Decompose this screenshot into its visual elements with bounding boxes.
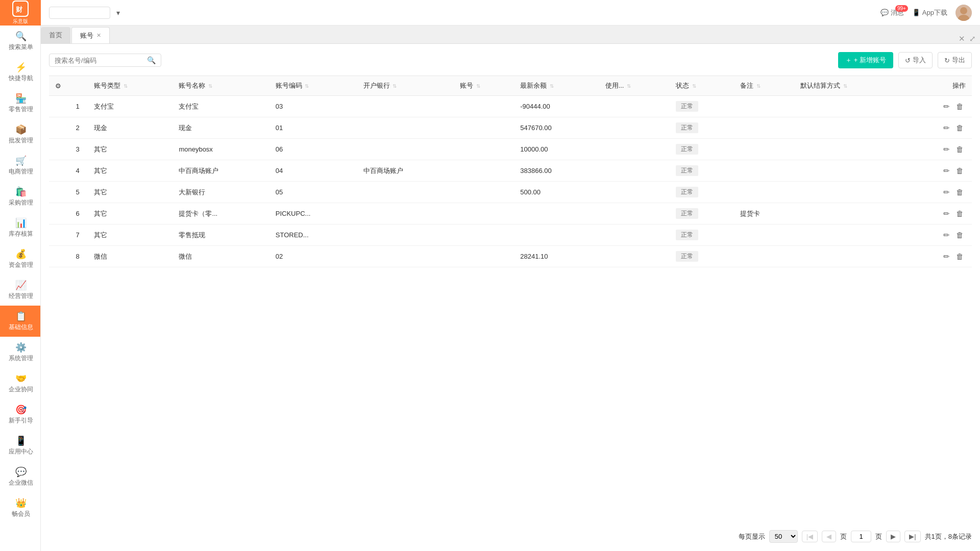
col-name[interactable]: 账号名称 ⇅ (173, 76, 269, 96)
import-button[interactable]: ↺ 导入 (898, 52, 933, 68)
first-page-button[interactable]: |◀ (802, 531, 818, 542)
sidebar-item-ecommerce[interactable]: 🛒 电商管理 (0, 150, 40, 181)
row-default-payment (794, 224, 904, 246)
sidebar-item-label: 采购管理 (9, 198, 33, 207)
row-num: 5 (67, 182, 88, 203)
sidebar-item-label: 零售管理 (9, 105, 33, 114)
sidebar-item-label: 经营管理 (9, 292, 33, 300)
sidebar-item-wechat[interactable]: 💬 企业微信 (0, 461, 40, 492)
tab-home[interactable]: 首页 (41, 27, 70, 43)
col-balance[interactable]: 最新余额 ⇅ (514, 76, 599, 96)
row-account (454, 203, 514, 224)
col-use[interactable]: 使用... ⇅ (599, 76, 670, 96)
col-code[interactable]: 账号编码 ⇅ (270, 76, 357, 96)
prev-page-button[interactable]: ◀ (822, 531, 836, 542)
retail-icon: 🏪 (15, 93, 27, 104)
edit-button[interactable]: ✏ (941, 188, 952, 197)
edit-button[interactable]: ✏ (941, 209, 952, 218)
sidebar-item-operations[interactable]: 📈 经营管理 (0, 274, 40, 306)
delete-button[interactable]: 🗑 (954, 231, 966, 239)
messages-button[interactable]: 💬 消息 99+ (880, 8, 904, 17)
row-account (454, 160, 514, 182)
row-bank (357, 139, 454, 160)
page-input[interactable] (851, 531, 871, 542)
delete-button[interactable]: 🗑 (954, 188, 966, 196)
edit-button[interactable]: ✏ (941, 231, 952, 240)
per-page-select[interactable]: 50 20 100 (769, 530, 798, 543)
export-button[interactable]: ↻ 导出 (938, 52, 972, 68)
row-remark (734, 96, 794, 117)
sidebar-item-inventory[interactable]: 📊 库存核算 (0, 212, 40, 243)
add-account-button[interactable]: ＋ + 新增账号 (838, 52, 893, 68)
row-code: PICKUPC... (270, 203, 357, 224)
row-status: 正常 (670, 246, 734, 267)
tab-bar: 首页 账号 ✕ ✕ ⤢ (41, 26, 980, 44)
col-actions: 操作 (904, 76, 972, 96)
edit-button[interactable]: ✏ (941, 102, 952, 111)
col-type[interactable]: 账号类型 ⇅ (88, 76, 173, 96)
member-icon: 👑 (15, 497, 27, 509)
sidebar-item-quick[interactable]: ⚡ 快捷导航 (0, 57, 40, 88)
tab-account[interactable]: 账号 ✕ (71, 27, 110, 43)
col-status[interactable]: 状态 ⇅ (670, 76, 734, 96)
operations-icon: 📈 (15, 280, 27, 291)
tab-close-window[interactable]: ✕ (959, 34, 965, 43)
avatar[interactable] (955, 5, 972, 21)
sidebar-item-basic[interactable]: 📋 基础信息 (0, 306, 40, 337)
header-right: 💬 消息 99+ 📱 App下载 (880, 5, 972, 21)
col-default-payment[interactable]: 默认结算方式 ⇅ (794, 76, 904, 96)
delete-button[interactable]: 🗑 (954, 252, 966, 261)
app-download-button[interactable]: 📱 App下载 (912, 8, 947, 17)
sidebar-item-finance[interactable]: 💰 资金管理 (0, 243, 40, 274)
row-name: moneybosx (173, 139, 269, 160)
row-use (599, 139, 670, 160)
col-account[interactable]: 账号 ⇅ (454, 76, 514, 96)
table-row: 3 其它 moneybosx 06 10000.00 正常 ✏ 🗑 (49, 139, 972, 160)
sidebar-item-wholesale[interactable]: 📦 批发管理 (0, 119, 40, 150)
last-page-button[interactable]: ▶| (904, 531, 920, 542)
sidebar-item-guide[interactable]: 🎯 新手引导 (0, 399, 40, 430)
edit-button[interactable]: ✏ (941, 145, 952, 154)
sidebar-item-purchase[interactable]: 🛍️ 采购管理 (0, 181, 40, 212)
search-icon[interactable]: 🔍 (147, 56, 156, 64)
tab-account-close[interactable]: ✕ (96, 32, 101, 39)
top-search-input[interactable] (49, 7, 110, 19)
col-bank[interactable]: 开户银行 ⇅ (357, 76, 454, 96)
delete-button[interactable]: 🗑 (954, 102, 966, 111)
edit-button[interactable]: ✏ (941, 166, 952, 176)
table-row: 6 其它 提货卡（零... PICKUPC... 正常 提货卡 ✏ 🗑 (49, 203, 972, 224)
app-center-icon: 📱 (15, 435, 27, 446)
sidebar-item-retail[interactable]: 🏪 零售管理 (0, 88, 40, 119)
sidebar-item-search[interactable]: 🔍 搜索菜单 (0, 26, 40, 57)
delete-button[interactable]: 🗑 (954, 145, 966, 154)
row-actions: ✏ 🗑 (904, 182, 972, 203)
delete-button[interactable]: 🗑 (954, 209, 966, 218)
row-use (599, 160, 670, 182)
row-remark (734, 139, 794, 160)
delete-button[interactable]: 🗑 (954, 166, 966, 175)
row-account (454, 96, 514, 117)
tab-maximize-window[interactable]: ⤢ (969, 34, 976, 43)
toolbar-right: ＋ + 新增账号 ↺ 导入 ↻ 导出 (838, 52, 972, 68)
table-row: 5 其它 大新银行 05 500.00 正常 ✏ 🗑 (49, 182, 972, 203)
sidebar-item-label: 企业微信 (9, 479, 33, 487)
search-input[interactable] (55, 57, 147, 64)
edit-button[interactable]: ✏ (941, 252, 952, 261)
col-settings[interactable]: ⚙ (49, 76, 67, 96)
sidebar-item-app-center[interactable]: 📱 应用中心 (0, 430, 40, 461)
row-bank (357, 182, 454, 203)
col-remark[interactable]: 备注 ⇅ (734, 76, 794, 96)
sidebar-item-agreement[interactable]: 🤝 企业协同 (0, 368, 40, 399)
next-page-button[interactable]: ▶ (886, 531, 900, 542)
sort-icon: ⇅ (208, 83, 212, 89)
row-name: 支付宝 (173, 96, 269, 117)
sidebar-item-label: 基础信息 (9, 323, 33, 332)
sidebar-item-member[interactable]: 👑 畅会员 (0, 492, 40, 523)
sidebar-item-system[interactable]: ⚙️ 系统管理 (0, 337, 40, 368)
row-balance (514, 224, 599, 246)
delete-button[interactable]: 🗑 (954, 123, 966, 132)
row-use (599, 96, 670, 117)
dropdown-button[interactable]: ▾ (116, 9, 120, 17)
edit-button[interactable]: ✏ (941, 123, 952, 133)
table-body: 1 支付宝 支付宝 03 -90444.00 正常 ✏ 🗑 2 现金 现金 01… (49, 96, 972, 267)
